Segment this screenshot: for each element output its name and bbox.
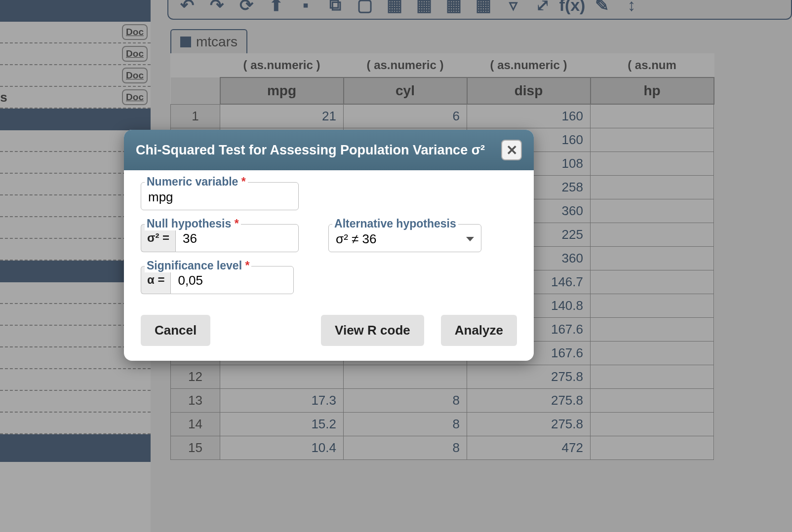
field-label: Null hypothesis * [145, 217, 241, 230]
chevron-down-icon [466, 237, 474, 241]
dialog-header: Chi-Squared Test for Assessing Populatio… [124, 130, 534, 170]
chi-squared-dialog: Chi-Squared Test for Assessing Populatio… [124, 130, 534, 361]
numeric-variable-field: Numeric variable * mpg [141, 182, 299, 210]
close-icon: ✕ [506, 142, 517, 158]
close-button[interactable]: ✕ [501, 140, 522, 160]
null-hypothesis-field: Null hypothesis * σ² = 36 [141, 224, 299, 252]
field-label: Significance level * [145, 259, 251, 272]
significance-field: Significance level * α = 0,05 [141, 266, 294, 294]
alternative-hypothesis-field: Alternative hypothesis σ² ≠ 36 [328, 224, 481, 252]
dialog-body: Numeric variable * mpg Null hypothesis *… [124, 170, 534, 361]
view-r-code-button[interactable]: View R code [321, 315, 424, 346]
field-label: Numeric variable * [145, 175, 248, 189]
analyze-button[interactable]: Analyze [441, 315, 517, 346]
field-label: Alternative hypothesis [332, 217, 458, 230]
cancel-button[interactable]: Cancel [141, 315, 210, 346]
dialog-title: Chi-Squared Test for Assessing Populatio… [136, 143, 485, 158]
select-value: σ² ≠ 36 [336, 231, 376, 247]
